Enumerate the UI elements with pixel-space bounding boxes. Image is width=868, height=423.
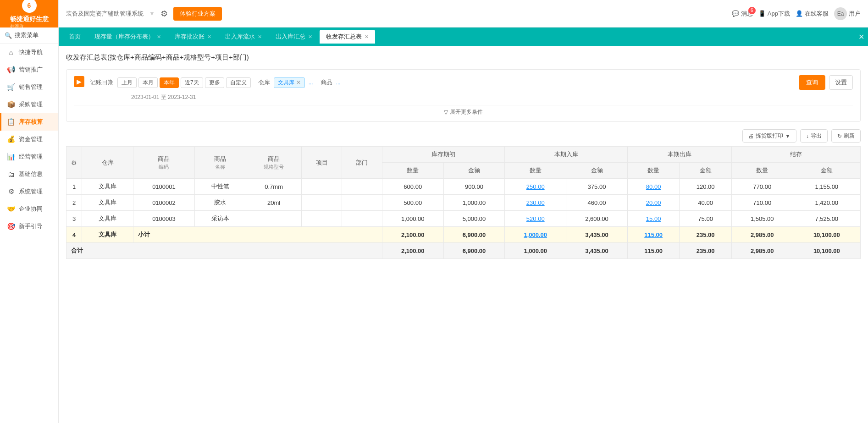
row-out-qty[interactable]: 20.00 [627, 195, 680, 211]
row-out-qty[interactable]: 15.00 [627, 211, 680, 227]
sidebar-item-sales[interactable]: 🛒 销售管理 [0, 78, 58, 96]
user-label: 用户 [849, 10, 861, 18]
col-settings-icon[interactable]: ⚙ [71, 159, 77, 166]
finance-icon: 💰 [7, 135, 15, 143]
sidebar-item-quick-nav[interactable]: ⌂ 快捷导航 [0, 44, 58, 61]
date-btn-this-month[interactable]: 本月 [138, 77, 158, 88]
sidebar-item-guide[interactable]: 🎯 新手引导 [0, 218, 58, 235]
col-out-qty-header: 数量 [627, 163, 680, 179]
tab-close-icon[interactable]: ✕ [308, 34, 312, 40]
col-goods-name-header: 商品名称 [194, 147, 246, 179]
message-btn[interactable]: 💬 消息 6 [732, 10, 753, 18]
query-button[interactable]: 查询 [799, 75, 825, 90]
col-out-header: 本期出库 [627, 147, 731, 163]
row-out-qty[interactable]: 80.00 [627, 179, 680, 195]
row-open-amt: 5,000.00 [443, 211, 505, 227]
tab-close-icon[interactable]: ✕ [157, 34, 161, 40]
col-closing-amt-header: 金额 [793, 163, 860, 179]
tab-home[interactable]: 首页 [62, 30, 87, 44]
row-in-qty[interactable]: 230.00 [505, 195, 566, 211]
row-department [342, 211, 382, 227]
date-btn-this-year[interactable]: 本年 [160, 77, 179, 88]
date-btn-7days[interactable]: 近7天 [181, 77, 203, 88]
total-close-amt: 10,100.00 [793, 243, 860, 259]
sidebar-item-system[interactable]: ⚙ 系统管理 [0, 183, 58, 200]
date-buttons: 上月 本月 本年 近7天 更多 自定义 [117, 77, 251, 88]
tab-inout-flow[interactable]: 出入库流水 ✕ [219, 30, 268, 44]
goods-more[interactable]: ... [336, 79, 341, 86]
expand-filter-row[interactable]: ▽ 展开更多条件 [74, 105, 853, 116]
filter-collapse-btn[interactable]: ▶ [74, 76, 84, 87]
sidebar-item-label: 库存核算 [19, 118, 43, 126]
subtotal-open-amt: 6,900.00 [443, 227, 505, 243]
row-num: 3 [66, 211, 82, 227]
tab-inventory-dist[interactable]: 现存量（库存分布表） ✕ [88, 30, 167, 44]
data-table: ⚙ 仓库 商品编码 商品名称 商品规格型号 项目 部门 库存期初 本期入库 本期… [66, 146, 861, 259]
row-department [342, 195, 382, 211]
content-area: 收发存汇总表(按仓库+商品编码+商品+规格型号+项目+部门) ▶ 记账日期 上月… [59, 46, 868, 423]
subtotal-out-qty[interactable]: 115.00 [627, 227, 680, 243]
date-btn-last-month[interactable]: 上月 [117, 77, 137, 88]
settings-icon[interactable]: ⚙ [160, 9, 168, 19]
date-btn-more[interactable]: 更多 [205, 77, 224, 88]
subtotal-open-qty: 2,100.00 [382, 227, 443, 243]
print-icon: 🖨 [748, 133, 754, 139]
row-close-qty: 710.00 [731, 195, 793, 211]
export-btn[interactable]: ↓ 导出 [800, 129, 828, 143]
sidebar-search[interactable]: 🔍 搜索菜单 [0, 27, 58, 44]
col-department-header: 部门 [342, 147, 382, 179]
page-title: 收发存汇总表(按仓库+商品编码+商品+规格型号+项目+部门) [66, 53, 861, 62]
sidebar-item-purchase[interactable]: 📦 采购管理 [0, 96, 58, 113]
sidebar-item-inventory[interactable]: 📋 库存核算 [0, 113, 58, 131]
tab-stock-summary[interactable]: 收发存汇总表 ✕ [320, 30, 375, 44]
experience-btn[interactable]: 体验行业方案 [173, 7, 222, 21]
settings-button[interactable]: 设置 [829, 75, 853, 90]
print-btn[interactable]: 🖨 拣货版打印 ▼ [742, 129, 796, 143]
tabbar: 首页 现存量（库存分布表） ✕ 库存批次账 ✕ 出入库流水 ✕ 出入库汇总 ✕ … [59, 27, 868, 46]
col-warehouse-header: 仓库 [82, 147, 133, 179]
row-in-amt: 460.00 [566, 195, 628, 211]
row-code: 0100001 [133, 179, 195, 195]
tab-close-icon[interactable]: ✕ [258, 34, 262, 40]
col-opening-qty-header: 数量 [382, 163, 443, 179]
tab-close-icon[interactable]: ✕ [207, 34, 211, 40]
tab-batch[interactable]: 库存批次账 ✕ [168, 30, 218, 44]
sidebar-item-marketing[interactable]: 📢 营销推广 [0, 61, 58, 78]
total-open-qty: 2,100.00 [382, 243, 443, 259]
sidebar-item-basic[interactable]: 🗂 基础信息 [0, 165, 58, 183]
sidebar-item-label: 采购管理 [19, 100, 43, 109]
app-download-btn[interactable]: 📱 App下载 [758, 10, 790, 18]
tab-label: 出入库汇总 [276, 33, 305, 41]
row-in-qty[interactable]: 520.00 [505, 211, 566, 227]
date-label: 记账日期 [90, 78, 114, 87]
tab-close-icon[interactable]: ✕ [365, 34, 369, 40]
row-warehouse: 文具库 [82, 195, 133, 211]
close-all-tabs[interactable]: ✕ [858, 33, 864, 41]
row-name: 采访本 [194, 211, 246, 227]
logo-wrap: 6 畅捷通好生意 标准版 [10, 0, 49, 29]
user-area[interactable]: Ea 用户 [834, 7, 861, 20]
warehouse-tag-close[interactable]: ✕ [296, 79, 301, 86]
row-open-amt: 900.00 [443, 179, 505, 195]
warehouse-more[interactable]: ... [309, 79, 313, 86]
date-btn-custom[interactable]: 自定义 [226, 77, 251, 88]
row-out-amt: 40.00 [680, 195, 732, 211]
sidebar-item-operations[interactable]: 📊 经营管理 [0, 148, 58, 165]
subtotal-in-qty[interactable]: 1,000.00 [505, 227, 566, 243]
expand-label: 展开更多条件 [450, 108, 483, 116]
row-out-amt: 120.00 [680, 179, 732, 195]
refresh-btn[interactable]: ↻ 刷新 [831, 129, 861, 143]
total-close-qty: 2,985.00 [731, 243, 793, 259]
tab-inout-summary[interactable]: 出入库汇总 ✕ [269, 30, 319, 44]
search-label: 搜索菜单 [15, 31, 39, 39]
sidebar-item-enterprise[interactable]: 🤝 企业协同 [0, 200, 58, 218]
row-in-qty[interactable]: 250.00 [505, 179, 566, 195]
table-row: 2 文具库 0100002 胶水 20ml 500.00 1,000.00 23… [66, 195, 861, 211]
logo-text: 畅捷通好生意 [10, 15, 49, 23]
online-service-btn[interactable]: 👤 在线客服 [796, 10, 829, 18]
warehouse-tag: 文具库 ✕ [274, 77, 305, 88]
total-in-amt: 3,435.00 [566, 243, 628, 259]
refresh-icon: ↻ [837, 133, 842, 139]
system-name: 装备及固定资产辅助管理系统 [66, 10, 144, 18]
sidebar-item-finance[interactable]: 💰 资金管理 [0, 131, 58, 148]
